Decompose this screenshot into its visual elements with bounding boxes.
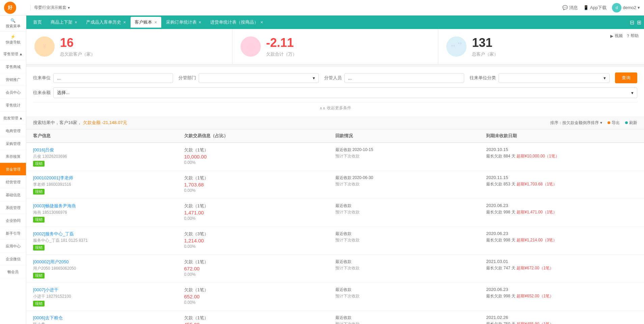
customer-name-0[interactable]: [0016]吕俊 — [33, 147, 184, 153]
customer-name-2[interactable]: [0003]畅捷服务尹海燕 — [33, 203, 184, 209]
customer-name-5[interactable]: [0007]小进干 — [33, 287, 184, 293]
cell-debt-5: 欠款（1笔） 652.00 0.00% — [184, 287, 335, 306]
app-download-btn[interactable]: 📱 App下载 — [583, 5, 607, 11]
user-avatar-area[interactable]: d demo2 ▾ — [612, 3, 640, 12]
next-payment-0: 预计下次收款 — [335, 153, 486, 159]
next-payment-1: 预计下次收款 — [335, 181, 486, 187]
customer-name-1[interactable]: [0001020001]李老师 — [33, 175, 184, 181]
sort-label: 排序：按欠款金额倒序排序 — [550, 120, 599, 126]
overdue-link-4[interactable]: 超期¥672.00（1笔） — [516, 266, 554, 270]
debt-amount-6[interactable]: 455.90 — [184, 322, 335, 324]
stat-info-total: 131 总客户（家） — [472, 36, 498, 57]
customer-phone-0: 吕俊 13026203696 — [33, 154, 184, 159]
video-btn[interactable]: ▶ 视频 — [610, 33, 623, 39]
sidebar-item-system[interactable]: 系统管理 — [0, 201, 26, 214]
cell-payback-4: 最近收款 预计下次收款 — [335, 259, 486, 278]
sidebar-item-finance[interactable]: 资金管理 — [0, 163, 26, 176]
table-row: [0002]服务中心_丁磊 服务中心_丁磊 181 0125 8371 现销 欠… — [26, 227, 644, 255]
debt-amount-2[interactable]: 1,471.00 — [184, 210, 335, 215]
data-table: 客户信息 欠款交易信息（占比） 回款情况 到期未收款日期 [0016]吕俊 吕俊… — [26, 129, 644, 324]
refresh-button[interactable]: 刷新 — [625, 120, 637, 126]
cell-overdue-0: 2020.10.15 最长欠款 884 天 超期¥10,000.00（1笔） — [486, 147, 637, 167]
sidebar-item-retail-mgmt[interactable]: 零售管理 ▲ — [0, 48, 26, 60]
cell-payback-6: 最近收款 预计下次收款 — [335, 315, 486, 324]
refresh-icon — [625, 121, 628, 124]
sidebar-item-member[interactable]: 会员中心 — [0, 86, 26, 99]
close-tab-production-history[interactable]: × — [123, 20, 126, 25]
source-unit-input[interactable]: ... — [53, 73, 173, 83]
overdue-link-2[interactable]: 超期¥1,471.00（1笔） — [516, 210, 557, 214]
store-selector[interactable]: 母婴行业演示账套 ▾ — [30, 5, 75, 10]
stat-card-total-customers: 131 总客户（家） ▶ 视频 ? 帮助 — [438, 29, 644, 64]
sidebar-item-retail-mall[interactable]: 零售商城 — [0, 60, 26, 73]
customer-name-3[interactable]: [0002]服务中心_丁磊 — [33, 231, 184, 237]
expand-tabs-icon[interactable]: ⊞ — [637, 19, 641, 26]
chevron-down-icon: ▾ — [68, 5, 70, 10]
sidebar-item-app-center[interactable]: 应用中心 — [0, 240, 26, 253]
export-icon — [608, 121, 610, 124]
sidebar-item-retail-stats[interactable]: 零售统计 — [0, 99, 26, 112]
collapse-button[interactable]: ∧∧ 收起更多条件 — [319, 105, 351, 111]
unit-category-select[interactable]: ▾ — [499, 73, 610, 83]
close-tab-purchase-order[interactable]: × — [199, 20, 201, 25]
debt-amount-5[interactable]: 652.00 — [184, 294, 335, 299]
sidebar-item-member-vip[interactable]: 畅会员 — [0, 265, 26, 278]
customer-tag-0: 现销 — [33, 161, 45, 167]
top-bar: 好 母婴行业演示账套 ▾ 💬 消息 📱 App下载 d demo2 ▾ — [0, 0, 644, 16]
customer-name-4[interactable]: [000002]用户2050 — [33, 259, 184, 265]
chevron-down-category: ▾ — [604, 76, 606, 81]
app-container: 好 母婴行业演示账套 ▾ 💬 消息 📱 App下载 d demo2 ▾ — [0, 0, 644, 324]
debt-amount-0[interactable]: 10,000.00 — [184, 154, 335, 159]
tab-customer-account[interactable]: 客户账本 × — [131, 17, 161, 28]
sidebar-search[interactable]: 🔍 搜索菜单 — [0, 16, 26, 32]
sidebar-item-operations[interactable]: 经营管理 — [0, 176, 26, 188]
balance-select[interactable]: 选择... ▾ — [53, 87, 637, 98]
sidebar-item-marketing[interactable]: 营销推广 — [0, 73, 26, 86]
dept-select[interactable]: ▾ — [199, 73, 318, 83]
customer-phone-3: 服务中心_丁磊 181 0125 8371 — [33, 238, 184, 243]
tab-purchase-order[interactable]: 采购订单统计表 × — [162, 17, 205, 28]
tab-home[interactable]: 首页 — [29, 17, 46, 28]
debt-count-0: 欠款（1笔） — [184, 147, 335, 153]
overdue-link-6[interactable]: 超期¥455.90（1笔） — [516, 322, 554, 324]
tab-purchase-stats[interactable]: 进货单统计表（按商品） × — [206, 17, 267, 28]
debt-amount-4[interactable]: 672.00 — [184, 266, 335, 271]
sidebar-item-purchase[interactable]: 采购管理 — [0, 137, 26, 150]
customer-name-6[interactable]: [0006]去下粮仓 — [33, 315, 184, 321]
sidebar-item-wecom[interactable]: 企业微信 — [0, 253, 26, 265]
message-btn[interactable]: 💬 消息 — [562, 5, 578, 11]
sidebar-item-batch-mgmt[interactable]: 批发管理 ▲ — [0, 112, 26, 124]
customer-phone-5: 小进干 18279152100 — [33, 294, 184, 299]
sidebar-item-new-guide[interactable]: 新手引导 — [0, 227, 26, 240]
tab-product-offline[interactable]: 商品上下架 × — [47, 17, 81, 28]
overdue-link-3[interactable]: 超期¥1,214.00（3笔） — [516, 238, 557, 242]
debt-amount-3[interactable]: 1,214.00 — [184, 238, 335, 243]
sidebar-item-inventory[interactable]: 库存核算 — [0, 150, 26, 163]
sidebar-item-enterprise[interactable]: 企业协同 — [0, 214, 26, 227]
person-input[interactable]: ... — [344, 73, 464, 83]
export-button[interactable]: 导出 — [608, 120, 620, 126]
filter-section: 往来单位 ... 分管部门 ▾ — [26, 67, 644, 116]
overdue-link-1[interactable]: 超期¥1,703.68（1笔） — [516, 182, 557, 186]
sidebar-quick-nav[interactable]: ⚡ 快捷导航 — [0, 32, 26, 48]
debt-amount-1[interactable]: 1,703.68 — [184, 182, 335, 187]
filter-dept: 分管部门 ▾ — [178, 73, 318, 83]
stat-top-right-actions: ▶ 视频 ? 帮助 — [610, 33, 639, 39]
close-tab-customer-account[interactable]: × — [154, 20, 157, 25]
close-tab-purchase-stats[interactable]: × — [260, 20, 263, 25]
due-date-4: 2021.03.01 — [486, 259, 637, 264]
debt-percent-2: 0.00% — [184, 216, 335, 221]
close-tab-product-offline[interactable]: × — [75, 20, 77, 25]
stat-card-overdue-customers: ¥ 16 总欠款客户（家） — [26, 29, 232, 64]
overdue-link-0[interactable]: 超期¥10,000.00（1笔） — [516, 154, 559, 158]
sidebar-item-basic-info[interactable]: 基础信息 — [0, 188, 26, 201]
sidebar-item-ecommerce[interactable]: 电商管理 — [0, 124, 26, 137]
tab-production-history[interactable]: 产成品入库单历史 × — [82, 17, 130, 28]
results-summary: 搜索结果中，客户16家 — [33, 120, 77, 125]
help-btn[interactable]: ? 帮助 — [627, 33, 639, 39]
sort-button[interactable]: 排序：按欠款金额倒序排序 ▾ — [550, 120, 602, 126]
overdue-link-5[interactable]: 超期¥652.00（1笔） — [516, 294, 554, 298]
search-button[interactable]: 查询 — [615, 72, 637, 83]
collapse-tabs-icon[interactable]: ⊟ — [630, 19, 634, 26]
chevron-down-dept: ▾ — [313, 76, 315, 81]
